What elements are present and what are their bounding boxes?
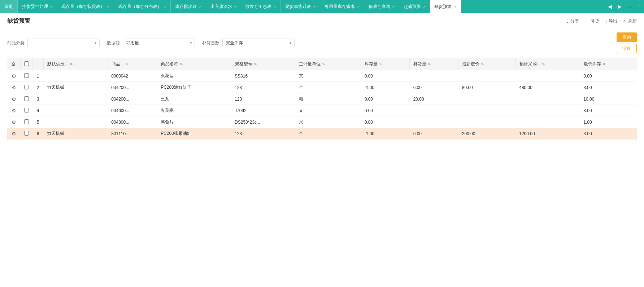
row-checkbox-4[interactable] xyxy=(24,119,29,124)
table-row: ⚙6力天机械801110...PC200张紧油缸123个-1.006.00200… xyxy=(7,128,637,140)
row-gear-icon[interactable]: ⚙ xyxy=(12,96,16,102)
category-filter-group: 商品分类 xyxy=(7,39,100,47)
row-gear-icon[interactable]: ⚙ xyxy=(12,73,16,79)
replenish-base-select[interactable]: 安全库存 xyxy=(222,39,295,47)
tab-order-stat[interactable]: 要货单统计表× xyxy=(281,0,320,13)
col-header-min_stock[interactable]: 最低库存⇅ xyxy=(580,58,637,70)
settings-button[interactable]: 设置 xyxy=(616,44,637,53)
cell-est_purchase xyxy=(515,70,580,82)
col-label-stock_qty: 库存量 xyxy=(365,61,378,66)
row-gear-icon[interactable]: ⚙ xyxy=(12,108,16,114)
tab-nav-buttons: ◀ ▶ ― □ xyxy=(605,0,644,13)
table-body: ⚙10000042火花塞SS816支0.008.00⚙2力天机械004200..… xyxy=(7,70,637,140)
tab-close-inventory-status[interactable]: × xyxy=(107,4,109,9)
col-label-est_purchase: 预计采购... xyxy=(519,61,540,66)
col-header-est_purchase[interactable]: 预计采购...⇅ xyxy=(515,58,580,70)
refresh-button[interactable]: ↻ 刷新 xyxy=(623,18,637,24)
col-header-spec[interactable]: 规格型号⇅ xyxy=(231,58,295,70)
page-header: 缺货预警 ⤴ 分享 ＋ 补货 ↓ 导出 ↻ 刷新 xyxy=(0,13,644,28)
tab-inventory-status[interactable]: 现存量（库存状况表）× xyxy=(57,0,114,13)
tab-close-collect-summary[interactable]: × xyxy=(274,4,276,9)
tab-bar: 首页拣货异常处理×现存量（库存状况表）×现存量（库存分布表）×库存批次账×出入库… xyxy=(0,0,644,13)
cell-product_code: 801110... xyxy=(108,128,157,140)
tab-close-abnormal[interactable]: × xyxy=(50,4,52,9)
row-gear-icon[interactable]: ⚙ xyxy=(12,119,16,125)
cell-checkbox xyxy=(20,116,32,128)
tab-inout-flow[interactable]: 出入库流水× xyxy=(206,0,241,13)
col-header-replenish_qty[interactable]: 补货量⇅ xyxy=(410,58,458,70)
cell-num: 6 xyxy=(32,128,43,140)
cell-latest_price: 200.00 xyxy=(458,128,516,140)
cell-unit: 只 xyxy=(295,116,361,128)
tab-collect-summary[interactable]: 收发存汇总表× xyxy=(241,0,280,13)
cell-num: 1 xyxy=(32,70,43,82)
cell-replenish_qty xyxy=(410,105,458,116)
cell-est_purchase xyxy=(515,105,580,116)
replenish-base-select-wrapper: 安全库存 xyxy=(222,39,295,47)
row-gear-icon[interactable]: ⚙ xyxy=(12,131,16,137)
share-label: 分享 xyxy=(570,18,579,24)
col-header-latest_price[interactable]: 最新进价⇅ xyxy=(458,58,516,70)
tab-abnormal[interactable]: 拣货异常处理× xyxy=(18,0,57,13)
sort-icon-min_stock: ⇅ xyxy=(602,62,605,66)
gear-icon[interactable]: ⚙ xyxy=(11,61,16,67)
tab-inventory-dist[interactable]: 现存量（库存分布表）× xyxy=(114,0,171,13)
col-header-stock_qty[interactable]: 库存量⇅ xyxy=(361,58,410,70)
data-table: ⚙默认供应...⇅商品...⇅商品名称⇅规格型号⇅主计量单位⇅库存量⇅补货量⇅最… xyxy=(7,58,637,140)
tab-close-inout-flow[interactable]: × xyxy=(234,4,236,9)
cell-replenish_qty: 6.00 xyxy=(410,128,458,140)
tab-close-order-stat[interactable]: × xyxy=(313,4,316,9)
cell-latest_price xyxy=(458,70,516,82)
cell-settings: ⚙ xyxy=(7,93,20,105)
tab-next-button[interactable]: ▶ xyxy=(615,0,625,13)
tab-batch-account[interactable]: 库存批次账× xyxy=(171,0,206,13)
cell-settings: ⚙ xyxy=(7,116,20,128)
cell-product_name: 三九 xyxy=(157,93,231,105)
tab-close-overstock[interactable]: × xyxy=(423,4,425,9)
cell-replenish_qty xyxy=(410,116,458,128)
cell-product_code: 004600... xyxy=(108,105,157,116)
row-checkbox-2[interactable] xyxy=(24,96,29,101)
share-button[interactable]: ⤴ 分享 xyxy=(567,18,579,24)
tab-expiry-query[interactable]: 保质期查询× xyxy=(364,0,399,13)
cell-unit: 支 xyxy=(295,105,361,116)
sort-icon-latest_price: ⇅ xyxy=(481,62,484,66)
select-all-checkbox[interactable] xyxy=(24,61,29,66)
datasource-select[interactable]: 可用量 xyxy=(123,39,195,47)
tab-close-inventory-dist[interactable]: × xyxy=(164,4,166,9)
row-checkbox-3[interactable] xyxy=(24,108,29,112)
tab-close-shortage[interactable]: × xyxy=(454,4,456,9)
cell-unit: 箱 xyxy=(295,93,361,105)
category-select[interactable] xyxy=(27,39,100,47)
cell-default_supplier xyxy=(43,70,108,82)
cell-stock_qty: -1.00 xyxy=(361,128,410,140)
sort-icon-default_supplier: ⇅ xyxy=(70,62,73,66)
table-row: ⚙5004800...离合片DS250*23c...只0.001.00 xyxy=(7,116,637,128)
col-header-product_code[interactable]: 商品...⇅ xyxy=(108,58,157,70)
tab-maximize-button[interactable]: □ xyxy=(635,0,644,13)
tab-prev-button[interactable]: ◀ xyxy=(605,0,615,13)
query-button[interactable]: 查询 xyxy=(617,32,637,42)
cell-default_supplier xyxy=(43,93,108,105)
export-button[interactable]: ↓ 导出 xyxy=(605,18,617,24)
cell-spec: J7092 xyxy=(231,105,295,116)
cell-settings: ⚙ xyxy=(7,128,20,140)
tab-overstock[interactable]: 超储预警× xyxy=(399,0,430,13)
tab-close-expiry-query[interactable]: × xyxy=(392,4,395,9)
col-header-product_name[interactable]: 商品名称⇅ xyxy=(157,58,231,70)
col-header-unit[interactable]: 主计量单位⇅ xyxy=(295,58,361,70)
row-checkbox-5[interactable] xyxy=(24,131,29,136)
tab-minimize-button[interactable]: ― xyxy=(625,0,635,13)
filter-actions: 查询 设置 xyxy=(616,32,637,53)
row-checkbox-1[interactable] xyxy=(24,85,29,89)
row-checkbox-0[interactable] xyxy=(24,73,29,78)
cell-settings: ⚙ xyxy=(7,70,20,82)
replenish-button[interactable]: ＋ 补货 xyxy=(585,18,599,24)
tab-shortage[interactable]: 缺货预警× xyxy=(430,0,461,13)
tab-close-available-ledger[interactable]: × xyxy=(357,4,359,9)
tab-close-batch-account[interactable]: × xyxy=(199,4,201,9)
tab-available-ledger[interactable]: 可用量库存账本× xyxy=(320,0,364,13)
row-gear-icon[interactable]: ⚙ xyxy=(12,85,16,90)
tab-home[interactable]: 首页 xyxy=(0,0,18,13)
col-header-default_supplier[interactable]: 默认供应...⇅ xyxy=(43,58,108,70)
